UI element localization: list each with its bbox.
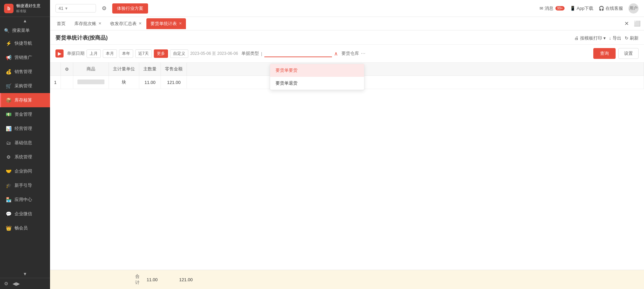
tab-close-summary[interactable]: ✕ bbox=[139, 21, 142, 26]
col-extra bbox=[187, 63, 644, 76]
cell-qty: 11.00 bbox=[139, 76, 161, 89]
product-placeholder bbox=[77, 80, 104, 84]
sidebar-item-appstore[interactable]: 🏪 应用中心 bbox=[0, 193, 50, 207]
member-icon: 👑 bbox=[5, 225, 12, 231]
sidebar-scroll-down[interactable]: ▼ bbox=[0, 270, 50, 278]
table-footer: 合计 11.00 121.00 bbox=[50, 270, 644, 289]
message-icon: ✉ bbox=[540, 6, 543, 11]
date-btn-more[interactable]: 更多 bbox=[154, 49, 168, 58]
search-menu[interactable]: 🔍 搜索菜单 bbox=[0, 25, 50, 36]
type-label: 单据类型 bbox=[241, 50, 259, 57]
date-btn-last-month[interactable]: 上月 bbox=[87, 49, 101, 58]
dropdown-item-order-ret[interactable]: 要货单退货 bbox=[270, 77, 364, 90]
col-settings[interactable]: ⚙ bbox=[61, 63, 73, 76]
tab-close-order-stats[interactable]: ✕ bbox=[179, 21, 182, 26]
sidebar-item-inventory[interactable]: 📦 库存核算 bbox=[0, 93, 50, 107]
sidebar-item-member[interactable]: 👑 畅会员 bbox=[0, 221, 50, 235]
topbar-settings-btn[interactable]: ⚙ bbox=[99, 4, 109, 13]
topbar: 41 ▾ ⚙ 体验行业方案 ✉ 消息 99+ 📱 App下载 🎧 在线客服 用户 bbox=[50, 0, 644, 17]
page-header: 要货单统计表(按商品) 🖨 按模板打印 ▾ ↓ 导出 ↻ 刷新 bbox=[50, 30, 644, 45]
cell-settings bbox=[61, 76, 73, 89]
date-filter-group: 单据日期 上月 本月 本年 近7天 更多 自定义 2023-05-06 至 20… bbox=[67, 49, 238, 58]
type-separator: | bbox=[261, 51, 262, 56]
support-btn[interactable]: 🎧 在线客服 bbox=[599, 5, 623, 12]
company-selector[interactable]: 41 ▾ bbox=[55, 4, 96, 13]
sidebar-item-quick-nav[interactable]: ⚡ 快捷导航 bbox=[0, 36, 50, 50]
cell-seq: 1 bbox=[50, 76, 61, 89]
warehouse-dots-btn[interactable]: ··· bbox=[361, 50, 365, 57]
page: 要货单统计表(按商品) 🖨 按模板打印 ▾ ↓ 导出 ↻ 刷新 bbox=[50, 30, 644, 289]
chevron-down-icon: ▾ bbox=[65, 6, 68, 11]
tabs-bar: 首页 库存批次账 ✕ 收发存汇总表 ✕ 要货单统计表 ✕ ✕ ⬜ bbox=[50, 17, 644, 30]
sidebar-item-basic[interactable]: 🗂 基础信息 bbox=[0, 136, 50, 150]
sales-icon: 💰 bbox=[5, 68, 12, 75]
logo-text: 畅捷通好生意 标准版 bbox=[16, 3, 41, 13]
tab-close-batch[interactable]: ✕ bbox=[98, 21, 101, 26]
print-chevron-icon: ▾ bbox=[603, 36, 606, 41]
industry-btn[interactable]: 体验行业方案 bbox=[112, 3, 148, 14]
dropdown-item-order-req[interactable]: 要货单要货 bbox=[270, 64, 364, 77]
tab-order-stats[interactable]: 要货单统计表 ✕ bbox=[146, 18, 186, 29]
tab-batch[interactable]: 库存批次账 ✕ bbox=[70, 18, 105, 29]
purchase-icon: 🛒 bbox=[5, 83, 12, 89]
tab-summary[interactable]: 收发存汇总表 ✕ bbox=[106, 18, 146, 29]
footer-label: 合计 bbox=[54, 273, 135, 286]
settings-icon[interactable]: ⚙ bbox=[4, 281, 8, 286]
newbie-icon: 🎓 bbox=[5, 182, 12, 189]
avatar[interactable]: 用户 bbox=[628, 3, 639, 14]
sidebar-item-finance[interactable]: 💵 资金管理 bbox=[0, 107, 50, 121]
marketing-icon: 📢 bbox=[5, 54, 12, 61]
col-qty: 主数量 bbox=[139, 63, 161, 76]
sidebar-item-sales[interactable]: 💰 销售管理 bbox=[0, 65, 50, 79]
column-settings-icon[interactable]: ⚙ bbox=[65, 67, 69, 72]
query-btn[interactable]: 查询 bbox=[593, 48, 616, 59]
restore-tab-btn[interactable]: ⬜ bbox=[633, 20, 641, 28]
app-download-btn[interactable]: 📱 App下载 bbox=[570, 5, 593, 12]
messages-badge: 99+ bbox=[555, 6, 565, 10]
col-seq bbox=[50, 63, 61, 76]
table-container: ⚙ 商品 主计量单位 主数量 零售金额 1 bbox=[50, 63, 644, 270]
finance-icon: 💵 bbox=[5, 111, 12, 118]
sidebar-item-operations[interactable]: 📊 经营管理 bbox=[0, 121, 50, 136]
sidebar-item-marketing[interactable]: 📢 营销推广 bbox=[0, 50, 50, 65]
sidebar-item-purchase[interactable]: 🛒 采购管理 bbox=[0, 79, 50, 93]
search-icon: 🔍 bbox=[4, 28, 9, 33]
sidebar-item-system[interactable]: ⚙ 系统管理 bbox=[0, 150, 50, 164]
date-btn-this-month[interactable]: 本月 bbox=[103, 49, 117, 58]
quick-nav-icon: ⚡ bbox=[5, 40, 12, 47]
cell-extra bbox=[187, 76, 644, 89]
warehouse-filter-group: 要货仓库 ··· bbox=[341, 50, 365, 57]
type-input[interactable] bbox=[264, 50, 332, 57]
topbar-right: ✉ 消息 99+ 📱 App下载 🎧 在线客服 用户 bbox=[540, 3, 639, 14]
sidebar-item-enterprise[interactable]: 🤝 企业协同 bbox=[0, 164, 50, 178]
phone-icon: 📱 bbox=[570, 6, 575, 11]
main-area: 41 ▾ ⚙ 体验行业方案 ✉ 消息 99+ 📱 App下载 🎧 在线客服 用户 bbox=[50, 0, 644, 289]
date-label: 单据日期 bbox=[67, 50, 85, 57]
tab-home[interactable]: 首页 bbox=[53, 18, 70, 29]
sidebar-nav: ⚡ 快捷导航 📢 营销推广 💰 销售管理 🛒 采购管理 📦 库存核算 💵 资金管… bbox=[0, 36, 50, 270]
date-btn-custom[interactable]: 自定义 bbox=[170, 49, 188, 58]
filter-bar: ▶ 单据日期 上月 本月 本年 近7天 更多 自定义 2023-05-06 至 … bbox=[50, 45, 644, 63]
date-btn-this-year[interactable]: 本年 bbox=[119, 49, 133, 58]
col-amount: 零售金额 bbox=[161, 63, 187, 76]
print-icon: 🖨 bbox=[574, 36, 579, 41]
system-icon: ⚙ bbox=[5, 154, 12, 160]
date-btn-last-7days[interactable]: 近7天 bbox=[135, 49, 152, 58]
sidebar-item-wechat[interactable]: 💬 企业微信 bbox=[0, 207, 50, 221]
close-all-tabs-btn[interactable]: ✕ bbox=[622, 20, 630, 28]
refresh-btn[interactable]: ↻ 刷新 bbox=[625, 35, 639, 41]
page-title: 要货单统计表(按商品) bbox=[55, 35, 108, 42]
logo-icon: b bbox=[4, 4, 14, 13]
type-dropdown-chevron[interactable]: ∧ bbox=[334, 50, 338, 57]
headset-icon: 🎧 bbox=[599, 6, 604, 11]
filter-settings-btn[interactable]: 设置 bbox=[618, 48, 639, 59]
appstore-icon: 🏪 bbox=[5, 196, 12, 203]
collapse-icon[interactable]: ◀▶ bbox=[13, 281, 20, 286]
filter-expand-btn[interactable]: ▶ bbox=[55, 49, 64, 58]
messages-btn[interactable]: ✉ 消息 99+ bbox=[540, 5, 565, 12]
date-range-text: 2023-05-06 至 2023-06-06 bbox=[190, 51, 238, 57]
print-btn[interactable]: 🖨 按模板打印 ▾ bbox=[574, 35, 606, 41]
sidebar-item-newbie[interactable]: 🎓 新手引导 bbox=[0, 178, 50, 193]
sidebar-scroll-up[interactable]: ▲ bbox=[0, 17, 50, 25]
export-btn[interactable]: ↓ 导出 bbox=[609, 35, 622, 41]
